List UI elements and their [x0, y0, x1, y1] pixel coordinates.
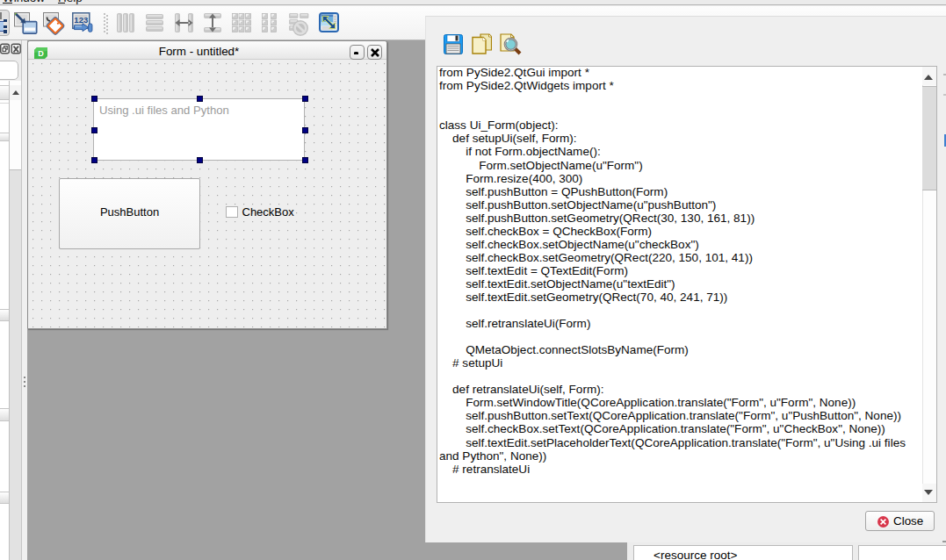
svg-text:123: 123 — [74, 15, 88, 25]
